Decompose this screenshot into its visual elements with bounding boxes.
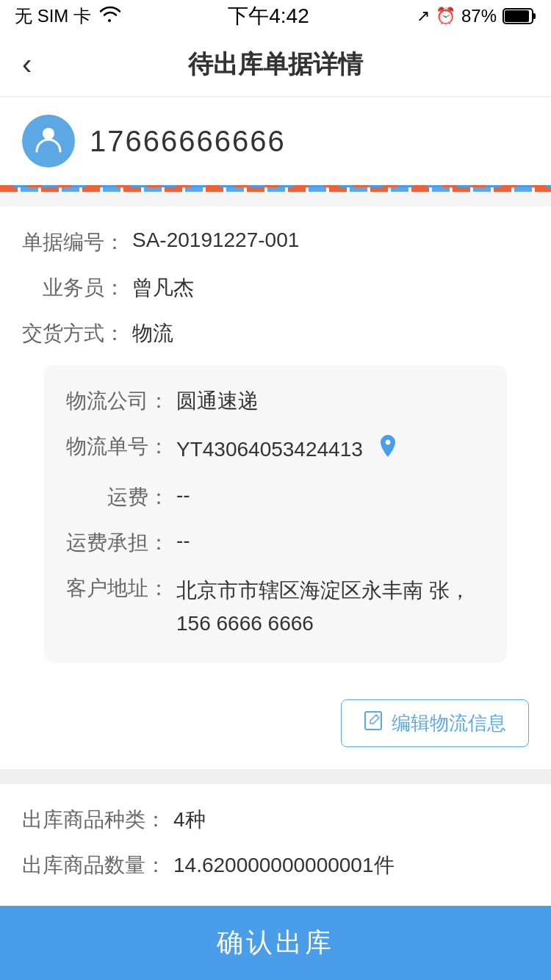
delivery-value: 物流: [132, 320, 529, 347]
edit-btn-label: 编辑物流信息: [392, 710, 506, 736]
location-status-icon: ↗: [417, 7, 430, 26]
edit-icon: [364, 710, 384, 736]
location-track-icon[interactable]: [375, 433, 401, 466]
battery-icon: [503, 7, 536, 25]
logistics-company-label: 物流公司：: [66, 387, 169, 415]
product-type-row: 出库商品种类： 4种: [22, 806, 529, 834]
freight-label: 运费：: [66, 483, 169, 511]
alarm-icon: ⏰: [436, 7, 455, 26]
salesman-label: 业务员：: [22, 274, 125, 302]
doc-number-value: SA-20191227-001: [132, 228, 529, 252]
product-type-label: 出库商品种类：: [22, 806, 166, 834]
freight-row: 运费： --: [66, 483, 485, 511]
logistics-card: 物流公司： 圆通速递 物流单号： YT43064053424413 运费： --: [44, 365, 507, 663]
logistics-tracking-label: 物流单号：: [66, 433, 169, 461]
svg-rect-4: [365, 712, 381, 729]
doc-number-row: 单据编号： SA-20191227-001: [22, 228, 529, 256]
delivery-row: 交货方式： 物流: [22, 320, 529, 347]
edit-logistics-button[interactable]: 编辑物流信息: [341, 699, 529, 747]
section-divider: [0, 769, 551, 784]
product-quantity-row: 出库商品数量： 14.620000000000001件: [22, 851, 529, 879]
delivery-label: 交货方式：: [22, 320, 125, 347]
product-section: 出库商品种类： 4种 出库商品数量： 14.620000000000001件: [0, 784, 551, 901]
status-bar: 无 SIM 卡 下午4:42 ↗ ⏰ 87%: [0, 0, 551, 32]
salesman-value: 曾凡杰: [132, 274, 529, 302]
logistics-tracking-row: 物流单号： YT43064053424413: [66, 433, 485, 466]
salesman-row: 业务员： 曾凡杰: [22, 274, 529, 302]
nav-bar: ‹ 待出库单据详情: [0, 32, 551, 97]
status-right: ↗ ⏰ 87%: [417, 6, 536, 26]
user-icon: [34, 123, 63, 159]
wifi-icon: [98, 6, 120, 26]
doc-number-label: 单据编号：: [22, 228, 125, 256]
logistics-company-value: 圆通速递: [176, 387, 485, 415]
edit-btn-wrap: 编辑物流信息: [0, 685, 551, 769]
dashed-divider: [0, 187, 551, 192]
freight-bearer-label: 运费承担：: [66, 529, 169, 557]
logistics-company-row: 物流公司： 圆通速递: [66, 387, 485, 415]
product-type-value: 4种: [173, 806, 529, 834]
back-button[interactable]: ‹: [22, 48, 32, 81]
customer-header: 17666666666: [0, 97, 551, 187]
freight-value: --: [176, 483, 485, 507]
customer-phone: 17666666666: [90, 125, 286, 158]
svg-point-3: [43, 128, 54, 140]
svg-rect-2: [505, 10, 529, 22]
logistics-tracking-value: YT43064053424413: [176, 433, 485, 466]
avatar: [22, 115, 75, 167]
battery-label: 87%: [461, 6, 497, 26]
status-left: 无 SIM 卡: [15, 4, 120, 28]
product-quantity-value: 14.620000000000001件: [173, 851, 529, 879]
svg-rect-1: [533, 13, 536, 19]
address-row: 客户地址： 北京市市辖区海淀区永丰南 张，156 6666 6666: [66, 574, 485, 641]
time-label: 下午4:42: [228, 2, 309, 30]
address-value: 北京市市辖区海淀区永丰南 张，156 6666 6666: [176, 574, 485, 641]
order-info-section: 单据编号： SA-20191227-001 业务员： 曾凡杰 交货方式： 物流 …: [0, 206, 551, 685]
freight-bearer-value: --: [176, 529, 485, 552]
carrier-label: 无 SIM 卡: [15, 4, 91, 28]
confirm-outbound-button[interactable]: 确认出库: [0, 925, 551, 961]
freight-bearer-row: 运费承担： --: [66, 529, 485, 557]
confirm-btn-wrap: 确认出库: [0, 906, 551, 980]
address-label: 客户地址：: [66, 574, 169, 602]
product-quantity-label: 出库商品数量：: [22, 851, 166, 879]
page-title: 待出库单据详情: [188, 48, 363, 82]
